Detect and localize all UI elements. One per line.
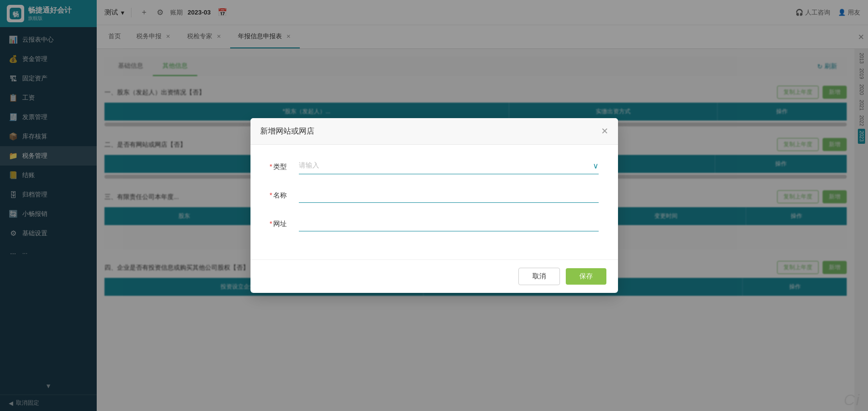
label-type: *类型 xyxy=(270,163,299,171)
form-row-type: *类型 ∨ xyxy=(270,159,599,174)
modal-body: *类型 ∨ *名称 *网址 xyxy=(250,145,618,259)
type-input[interactable] xyxy=(299,159,599,171)
modal-overlay: 新增网站或网店 ✕ *类型 ∨ *名称 xyxy=(0,0,868,411)
label-url: *网址 xyxy=(270,220,299,228)
save-button[interactable]: 保存 xyxy=(566,268,606,285)
modal: 新增网站或网店 ✕ *类型 ∨ *名称 xyxy=(250,118,618,293)
name-input[interactable] xyxy=(299,188,599,199)
form-row-name: *名称 xyxy=(270,188,599,203)
modal-close-button[interactable]: ✕ xyxy=(601,126,608,137)
url-input[interactable] xyxy=(299,216,599,228)
form-row-url: *网址 xyxy=(270,216,599,231)
type-dropdown-arrow[interactable]: ∨ xyxy=(593,161,599,170)
cancel-button[interactable]: 取消 xyxy=(518,268,560,285)
required-mark-name: * xyxy=(270,191,272,199)
modal-title: 新增网站或网店 xyxy=(260,126,314,137)
label-name: *名称 xyxy=(270,191,299,200)
input-wrap-url xyxy=(299,216,599,231)
modal-footer: 取消 保存 xyxy=(250,259,618,293)
input-wrap-name xyxy=(299,188,599,203)
required-mark-url: * xyxy=(270,220,272,228)
modal-header: 新增网站或网店 ✕ xyxy=(250,118,618,145)
required-mark-type: * xyxy=(270,163,272,170)
input-wrap-type: ∨ xyxy=(299,159,599,174)
